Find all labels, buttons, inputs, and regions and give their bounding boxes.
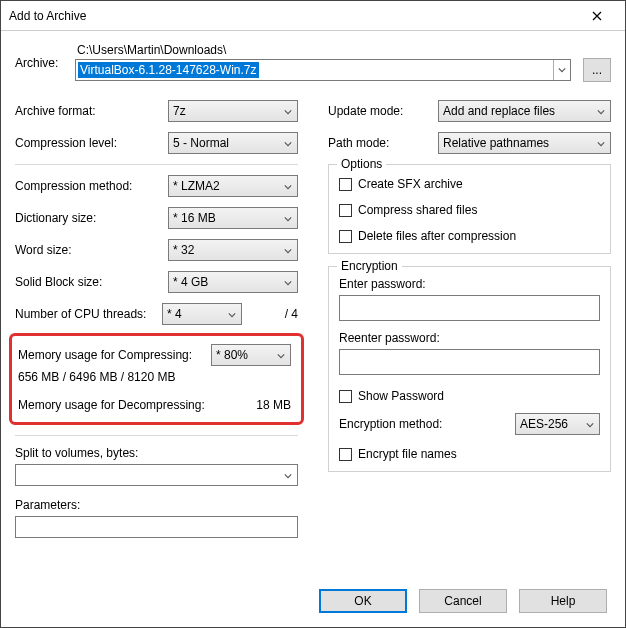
threads-max: / 4 xyxy=(248,307,298,321)
password-reenter-input[interactable] xyxy=(339,349,600,375)
show-password-label: Show Password xyxy=(358,389,444,403)
memory-highlight: Memory usage for Compressing: * 80% 656 … xyxy=(9,333,304,425)
help-label: Help xyxy=(551,594,576,608)
chevron-down-icon xyxy=(597,108,605,116)
delete-checkbox[interactable] xyxy=(339,230,352,243)
show-password-checkbox[interactable] xyxy=(339,390,352,403)
mem-decomp-label: Memory usage for Decompressing: xyxy=(18,398,231,412)
chevron-down-icon xyxy=(284,183,292,191)
options-group: Options Create SFX archive Compress shar… xyxy=(328,164,611,254)
chevron-down-icon xyxy=(284,108,292,116)
shared-label: Compress shared files xyxy=(358,203,477,217)
word-select[interactable]: * 32 xyxy=(168,239,298,261)
password-input[interactable] xyxy=(339,295,600,321)
encrypt-names-label: Encrypt file names xyxy=(358,447,457,461)
chevron-down-icon xyxy=(284,215,292,223)
split-input[interactable] xyxy=(15,464,298,486)
encrypt-names-checkbox[interactable] xyxy=(339,448,352,461)
method-label: Compression method: xyxy=(15,179,168,193)
chevron-down-icon xyxy=(228,311,236,319)
window-title: Add to Archive xyxy=(9,1,86,31)
ok-button[interactable]: OK xyxy=(319,589,407,613)
chevron-down-icon xyxy=(284,247,292,255)
params-input[interactable] xyxy=(15,516,298,538)
delete-label: Delete files after compression xyxy=(358,229,516,243)
level-select[interactable]: 5 - Normal xyxy=(168,132,298,154)
update-label: Update mode: xyxy=(328,104,438,118)
shared-checkbox[interactable] xyxy=(339,204,352,217)
chevron-down-icon xyxy=(284,140,292,148)
block-select[interactable]: * 4 GB xyxy=(168,271,298,293)
cancel-label: Cancel xyxy=(444,594,481,608)
titlebar: Add to Archive xyxy=(1,1,625,31)
archive-path-prefix: C:\Users\Martin\Downloads\ xyxy=(75,43,611,57)
archive-filename-selection: VirtualBox-6.1.28-147628-Win.7z xyxy=(78,62,259,78)
params-label: Parameters: xyxy=(15,498,80,512)
browse-button[interactable]: ... xyxy=(583,58,611,82)
sfx-label: Create SFX archive xyxy=(358,177,463,191)
options-legend: Options xyxy=(337,157,386,171)
enc-method-label: Encryption method: xyxy=(339,417,442,431)
chevron-down-icon[interactable] xyxy=(553,60,570,80)
encryption-legend: Encryption xyxy=(337,259,402,273)
chevron-down-icon xyxy=(284,279,292,287)
ok-label: OK xyxy=(354,594,371,608)
mem-comp-value: 656 MB / 6496 MB / 8120 MB xyxy=(18,370,175,384)
pathmode-label: Path mode: xyxy=(328,136,438,150)
encryption-group: Encryption Enter password: Reenter passw… xyxy=(328,266,611,472)
split-label: Split to volumes, bytes: xyxy=(15,446,138,460)
close-button[interactable] xyxy=(577,2,617,30)
level-label: Compression level: xyxy=(15,136,168,150)
sfx-checkbox[interactable] xyxy=(339,178,352,191)
pathmode-select[interactable]: Relative pathnames xyxy=(438,132,611,154)
threads-select[interactable]: * 4 xyxy=(162,303,242,325)
mem-decomp-value: 18 MB xyxy=(231,398,291,412)
reenter-password-label: Reenter password: xyxy=(339,331,440,345)
help-button[interactable]: Help xyxy=(519,589,607,613)
update-select[interactable]: Add and replace files xyxy=(438,100,611,122)
format-select[interactable]: 7z xyxy=(168,100,298,122)
cancel-button[interactable]: Cancel xyxy=(419,589,507,613)
enc-method-select[interactable]: AES-256 xyxy=(515,413,600,435)
format-label: Archive format: xyxy=(15,104,168,118)
chevron-down-icon xyxy=(586,421,594,429)
archive-label: Archive: xyxy=(15,56,75,70)
method-select[interactable]: * LZMA2 xyxy=(168,175,298,197)
browse-label: ... xyxy=(592,63,602,77)
archive-filename-input[interactable]: VirtualBox-6.1.28-147628-Win.7z xyxy=(75,59,571,81)
mem-comp-label: Memory usage for Compressing: xyxy=(18,348,211,362)
chevron-down-icon xyxy=(277,352,285,360)
dict-label: Dictionary size: xyxy=(15,211,168,225)
chevron-down-icon xyxy=(597,140,605,148)
threads-label: Number of CPU threads: xyxy=(15,307,162,321)
word-label: Word size: xyxy=(15,243,168,257)
mem-percent-select[interactable]: * 80% xyxy=(211,344,291,366)
chevron-down-icon xyxy=(284,472,292,480)
dict-select[interactable]: * 16 MB xyxy=(168,207,298,229)
enter-password-label: Enter password: xyxy=(339,277,426,291)
block-label: Solid Block size: xyxy=(15,275,168,289)
